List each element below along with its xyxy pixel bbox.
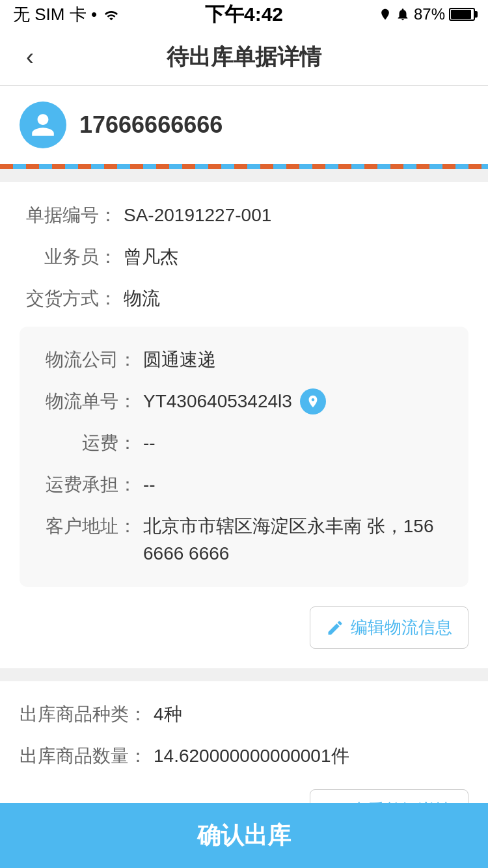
salesman-row: 业务员： 曾凡杰 bbox=[20, 243, 468, 271]
confirm-outbound-button[interactable]: 确认出库 bbox=[0, 803, 488, 868]
order-no-label: 单据编号： bbox=[20, 202, 124, 229]
product-quantity-value: 14.620000000000001件 bbox=[154, 742, 468, 770]
freight-row: 运费： -- bbox=[39, 429, 449, 457]
user-header: 17666666666 bbox=[0, 86, 488, 164]
logistics-company-row: 物流公司： 圆通速递 bbox=[39, 346, 449, 373]
map-pin-icon bbox=[306, 394, 320, 409]
tracking-label: 物流单号： bbox=[39, 388, 143, 415]
user-phone: 17666666666 bbox=[79, 111, 223, 139]
edit-logistics-label: 编辑物流信息 bbox=[351, 616, 452, 639]
user-avatar-icon bbox=[29, 111, 57, 139]
salesman-label: 业务员： bbox=[20, 243, 124, 271]
order-no-value: SA-20191227-001 bbox=[124, 202, 468, 229]
freight-bearer-row: 运费承担： -- bbox=[39, 471, 449, 498]
battery-indicator bbox=[449, 8, 475, 21]
status-right: 87% bbox=[379, 5, 475, 23]
product-types-value: 4种 bbox=[154, 701, 468, 728]
salesman-value: 曾凡杰 bbox=[124, 243, 468, 271]
address-row: 客户地址： 北京市市辖区海淀区永丰南 张，156 6666 6666 bbox=[39, 513, 449, 567]
tracking-row: 物流单号： YT43064053424l3 bbox=[39, 388, 449, 415]
freight-value: -- bbox=[143, 429, 449, 457]
confirm-btn-label: 确认出库 bbox=[197, 820, 291, 852]
logistics-company-label: 物流公司： bbox=[39, 346, 143, 373]
delivery-label: 交货方式： bbox=[20, 285, 124, 312]
tracking-location-icon[interactable] bbox=[300, 388, 326, 414]
edit-logistics-button[interactable]: 编辑物流信息 bbox=[310, 606, 468, 649]
location-status-icon bbox=[379, 8, 392, 21]
logistics-card: 物流公司： 圆通速递 物流单号： YT43064053424l3 运费： -- bbox=[20, 327, 468, 587]
address-value: 北京市市辖区海淀区永丰南 张，156 6666 6666 bbox=[143, 513, 449, 567]
logistics-company-value: 圆通速递 bbox=[143, 346, 449, 373]
product-quantity-row: 出库商品数量： 14.620000000000001件 bbox=[20, 742, 468, 770]
status-carrier: 无 SIM 卡 • bbox=[13, 3, 121, 26]
order-info-section: 单据编号： SA-20191227-001 业务员： 曾凡杰 交货方式： 物流 … bbox=[0, 182, 488, 668]
dashed-divider bbox=[0, 164, 488, 169]
freight-label: 运费： bbox=[39, 429, 143, 457]
status-time: 下午4:42 bbox=[205, 1, 283, 28]
product-quantity-label: 出库商品数量： bbox=[20, 742, 154, 770]
product-types-row: 出库商品种类： 4种 bbox=[20, 701, 468, 728]
alarm-icon bbox=[396, 7, 410, 21]
edit-icon bbox=[326, 619, 344, 637]
product-types-label: 出库商品种类： bbox=[20, 701, 154, 728]
avatar bbox=[20, 102, 66, 148]
tracking-value: YT43064053424l3 bbox=[143, 388, 449, 415]
section-divider bbox=[0, 668, 488, 681]
order-no-row: 单据编号： SA-20191227-001 bbox=[20, 202, 468, 229]
delivery-row: 交货方式： 物流 bbox=[20, 285, 468, 312]
nav-bar: ‹ 待出库单据详情 bbox=[0, 29, 488, 86]
delivery-value: 物流 bbox=[124, 285, 468, 312]
edit-btn-container: 编辑物流信息 bbox=[20, 606, 468, 649]
page-title: 待出库单据详情 bbox=[167, 42, 321, 72]
status-bar: 无 SIM 卡 • 下午4:42 87% bbox=[0, 0, 488, 29]
back-button[interactable]: ‹ bbox=[20, 37, 40, 77]
freight-bearer-value: -- bbox=[143, 471, 449, 498]
freight-bearer-label: 运费承担： bbox=[39, 471, 143, 498]
address-label: 客户地址： bbox=[39, 513, 143, 540]
